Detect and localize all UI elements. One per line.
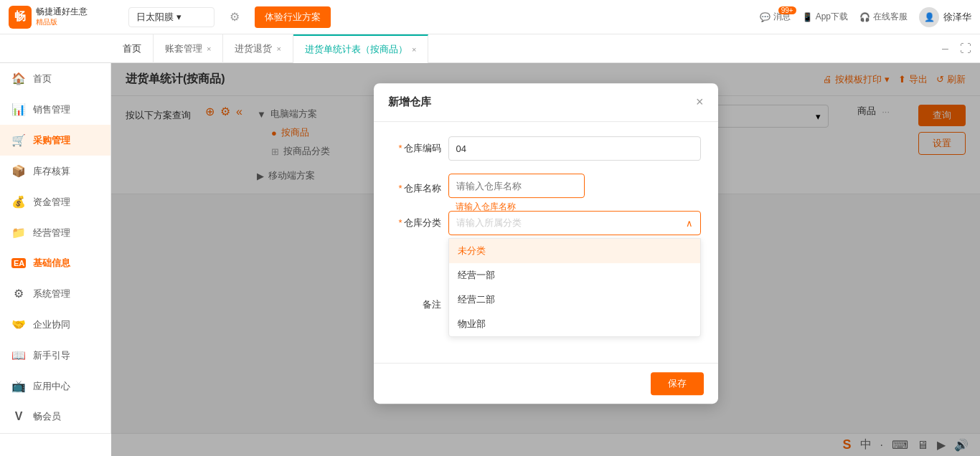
dropdown-item-property[interactable]: 物业部 — [449, 312, 700, 336]
category-row: 仓库分类 请输入所属分类 ∧ 未分类 经营一部 经营二部 物业部 — [391, 211, 701, 235]
store-name: 日太阳膜 — [136, 11, 174, 24]
sidebar-finance-label: 资金管理 — [33, 196, 70, 209]
phone-icon: 📱 — [802, 12, 813, 22]
sidebar-purchase-label: 采购管理 — [33, 134, 70, 147]
logo-icon: 畅 — [9, 6, 32, 29]
category-select[interactable]: 请输入所属分类 ∧ — [448, 211, 701, 235]
tab-purchase-stats[interactable]: 进货单统计表（按商品） × — [293, 34, 428, 63]
sidebar-appcenter-label: 应用中心 — [33, 380, 70, 393]
modal-header: 新增仓库 × — [374, 83, 718, 122]
tab-home[interactable]: 首页 — [111, 34, 154, 63]
sidebar-item-cooperation[interactable]: 🤝 企业协同 — [0, 309, 110, 340]
sidebar-item-basic[interactable]: EA 基础信息 — [0, 248, 110, 278]
message-icon: 💬 — [760, 12, 771, 22]
name-row: 仓库名称 请输入仓库名称 — [391, 174, 701, 198]
top-header: 畅 畅捷通好生意 精品版 日太阳膜 ▾ ⚙ 体验行业方案 💬 消息 99+ 📱 … — [0, 0, 980, 34]
category-dropdown: 未分类 经营一部 经营二部 物业部 — [448, 238, 701, 337]
app-download-btn[interactable]: 📱 App下载 — [802, 11, 848, 23]
modal-body: 仓库编码 仓库名称 请输入仓库名称 仓库分类 请输入所属 — [374, 122, 718, 363]
category-arrow: ∧ — [686, 218, 693, 229]
online-service-label: 在线客服 — [873, 11, 908, 23]
logo-badge: 精品版 — [36, 17, 88, 27]
message-badge: 99+ — [778, 6, 796, 14]
content-area: 进货单统计(按商品) 🖨 按模板打印 ▾ ⬆ 导出 ↺ 刷新 按以下方案查询 — [111, 63, 980, 456]
category-wrap: 请输入所属分类 ∧ 未分类 经营一部 经营二部 物业部 — [448, 211, 701, 235]
new-warehouse-modal: 新增仓库 × 仓库编码 仓库名称 请输入仓库名称 — [374, 83, 718, 404]
appcenter-icon: 📺 — [11, 379, 26, 393]
app-download-label: App下载 — [816, 11, 848, 23]
sidebar-item-appcenter[interactable]: 📺 应用中心 — [0, 371, 110, 402]
sidebar-operations-label: 经营管理 — [33, 227, 70, 239]
operations-icon: 📁 — [11, 226, 26, 239]
online-service-btn[interactable]: 🎧 在线客服 — [859, 11, 908, 23]
tab-accounts-label: 账套管理 — [165, 42, 202, 55]
tab-bar: 首页 账套管理 × 进货退货 × 进货单统计表（按商品） × – ⛶ — [0, 34, 980, 63]
dropdown-item-unclassified[interactable]: 未分类 — [449, 239, 700, 263]
sidebar-item-finance[interactable]: 💰 资金管理 — [0, 186, 110, 217]
dropdown-item-ops1[interactable]: 经营一部 — [449, 263, 700, 288]
settings-icon: ⚙ — [230, 10, 240, 24]
messages-btn[interactable]: 💬 消息 99+ — [760, 11, 791, 23]
tab-expand-btn[interactable]: ⛶ — [957, 39, 974, 58]
tab-home-label: 首页 — [123, 42, 141, 55]
code-input[interactable] — [448, 136, 701, 161]
sidebar-sales-label: 销售管理 — [33, 103, 70, 116]
sidebar-item-operations[interactable]: 📁 经营管理 — [0, 217, 110, 248]
home-icon: 🏠 — [11, 72, 26, 85]
tab-purchase-return-close[interactable]: × — [276, 44, 281, 53]
tab-accounts[interactable]: 账套管理 × — [154, 34, 223, 63]
cooperation-icon: 🤝 — [11, 318, 26, 331]
save-btn[interactable]: 保存 — [651, 372, 704, 395]
modal-footer: 保存 — [374, 363, 718, 404]
member-icon: V — [11, 410, 26, 423]
sidebar-item-home[interactable]: 🏠 首页 — [0, 63, 110, 94]
sidebar-item-guide[interactable]: 📖 新手引导 — [0, 340, 110, 371]
experience-btn[interactable]: 体验行业方案 — [255, 6, 331, 28]
sidebar-item-member[interactable]: V 畅会员 — [0, 402, 110, 432]
sidebar-item-purchase[interactable]: 🛒 采购管理 — [0, 125, 110, 156]
category-label: 仓库分类 — [391, 211, 448, 229]
tab-purchase-stats-label: 进货单统计表（按商品） — [305, 43, 407, 56]
system-icon: ⚙ — [11, 287, 26, 300]
sidebar-inventory-label: 库存核算 — [33, 165, 70, 178]
tab-purchase-return[interactable]: 进货退货 × — [223, 34, 293, 63]
tab-accounts-close[interactable]: × — [207, 44, 211, 53]
purchase-icon: 🛒 — [11, 133, 26, 147]
user-area[interactable]: 👤 徐泽华 — [919, 7, 971, 27]
store-selector[interactable]: 日太阳膜 ▾ — [128, 7, 215, 27]
settings-btn[interactable]: ⚙ — [223, 6, 246, 29]
tab-purchase-stats-close[interactable]: × — [412, 45, 416, 54]
logo-area: 畅 畅捷通好生意 精品版 — [9, 6, 120, 29]
sidebar-basic-label: 基础信息 — [33, 257, 70, 270]
name-label: 仓库名称 — [391, 176, 448, 195]
remark-label: 备注 — [391, 293, 448, 311]
username: 徐泽华 — [943, 11, 971, 24]
headset-icon: 🎧 — [859, 12, 870, 22]
tab-purchase-return-label: 进货退货 — [235, 42, 272, 55]
category-placeholder: 请输入所属分类 — [456, 217, 522, 229]
sidebar-item-inventory[interactable]: 📦 库存核算 — [0, 156, 110, 186]
sidebar-item-system[interactable]: ⚙ 系统管理 — [0, 278, 110, 309]
sidebar-system-label: 系统管理 — [33, 288, 70, 300]
sidebar-cooperation-label: 企业协同 — [33, 318, 70, 331]
finance-icon: 💰 — [11, 195, 26, 209]
store-arrow: ▾ — [176, 11, 182, 22]
sidebar: 🏠 首页 📊 销售管理 🛒 采购管理 📦 库存核算 💰 资金管理 📁 经营管理 … — [0, 63, 111, 456]
sidebar-home-label: 首页 — [33, 72, 52, 85]
tab-minimize-btn[interactable]: – — [939, 39, 951, 58]
code-row: 仓库编码 — [391, 136, 701, 161]
tab-end-btns: – ⛶ — [939, 39, 980, 58]
guide-icon: 📖 — [11, 348, 26, 362]
avatar: 👤 — [919, 7, 939, 27]
modal-title: 新增仓库 — [388, 95, 431, 109]
main-layout: 🏠 首页 📊 销售管理 🛒 采购管理 📦 库存核算 💰 资金管理 📁 经营管理 … — [0, 63, 980, 456]
modal-close-btn[interactable]: × — [696, 95, 704, 110]
dropdown-item-ops2[interactable]: 经营二部 — [449, 288, 700, 312]
basic-icon: EA — [11, 258, 26, 268]
logo-text: 畅捷通好生意 — [36, 6, 88, 18]
sidebar-item-sales[interactable]: 📊 销售管理 — [0, 94, 110, 125]
inventory-icon: 📦 — [11, 164, 26, 178]
name-input[interactable] — [448, 174, 585, 198]
sidebar-guide-label: 新手引导 — [33, 349, 70, 362]
sidebar-member-label: 畅会员 — [33, 410, 61, 423]
